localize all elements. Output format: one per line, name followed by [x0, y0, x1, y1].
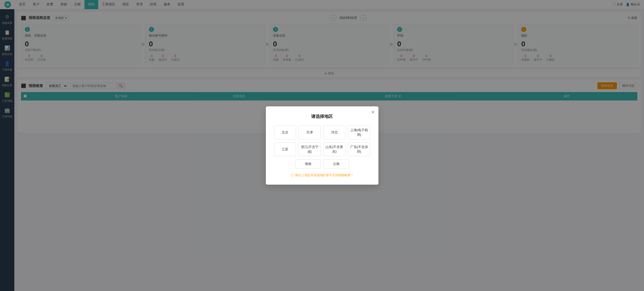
region-btn-tianjin[interactable]: 天津	[299, 126, 321, 139]
modal-warning: ⓘ 除以上地区外其他地区暂不支持报税检查！	[274, 173, 370, 177]
region-btn-shandong[interactable]: 山东(不含青岛)	[323, 142, 346, 156]
modal-close-button[interactable]: ✕	[371, 109, 375, 115]
region-grid-row1: 北京 天津 河北 上海(电子税局)	[274, 126, 370, 139]
region-btn-zhejiang[interactable]: 浙江(不含宁波)	[299, 142, 321, 156]
region-btn-yunnan[interactable]: 云南	[323, 159, 349, 169]
region-select-modal: ✕ 请选择地区 北京 天津 河北 上海(电子税局) 江苏 浙江(不含宁波) 山东…	[266, 106, 378, 185]
region-grid-row3: 海南 云南	[274, 159, 370, 169]
warning-icon: ⓘ	[291, 173, 294, 177]
modal-overlay[interactable]: ✕ 请选择地区 北京 天津 河北 上海(电子税局) 江苏 浙江(不含宁波) 山东…	[0, 0, 644, 291]
region-btn-beijing[interactable]: 北京	[274, 126, 296, 139]
region-btn-jiangsu[interactable]: 江苏	[274, 142, 296, 156]
region-btn-hebei[interactable]: 河北	[323, 126, 346, 139]
region-btn-guangdong[interactable]: 广东(不含深圳)	[348, 142, 370, 156]
modal-title: 请选择地区	[274, 114, 370, 119]
region-btn-hainan[interactable]: 海南	[295, 159, 321, 169]
warning-text: 除以上地区外其他地区暂不支持报税检查！	[295, 173, 354, 177]
region-grid-row2: 江苏 浙江(不含宁波) 山东(不含青岛) 广东(不含深圳)	[274, 142, 370, 156]
region-btn-shanghai[interactable]: 上海(电子税局)	[348, 126, 370, 139]
